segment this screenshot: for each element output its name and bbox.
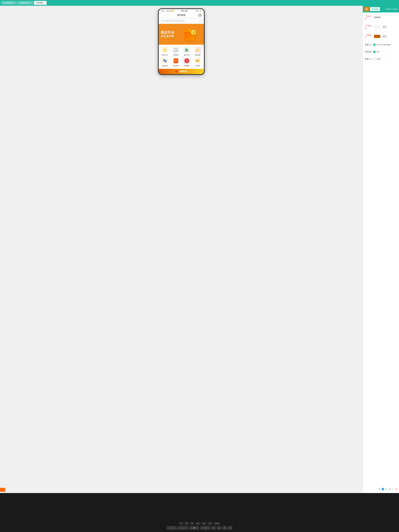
signal-area: ●●●○○ ●●●○○ chanjet chanjet 📶: [161, 10, 173, 12]
list-emoji: 📋: [174, 48, 178, 52]
key-brightness[interactable]: ☼: [178, 526, 188, 530]
phone-status-bar: ●●●○○ ●●●○○ chanjet chanjet 📶 9:41 AM 10…: [159, 9, 204, 13]
common-list-label: 常购清单: [173, 54, 179, 56]
bottom-nav-checkbox[interactable]: [373, 51, 375, 53]
tab-store-settings[interactable]: 商城店铺设置 ×: [18, 1, 33, 5]
search-input[interactable]: 🔍 搜索商品编码/名称/规格/条码: [160, 19, 202, 23]
key-minus[interactable]: -: [228, 526, 232, 530]
key-f11[interactable]: F11: [201, 522, 207, 525]
carrier-label: chanjet: [166, 10, 171, 12]
menu-item-common-list[interactable]: 📋 常购清单: [171, 47, 181, 56]
phone-nav-dots[interactable]: ···: [195, 14, 197, 17]
key-zero[interactable]: 0: [222, 526, 227, 530]
bottom-nav-label: 底部导航: [365, 51, 372, 53]
tray-icon-3[interactable]: 🐾: [388, 488, 391, 490]
banner-decoration: ¥: [177, 24, 203, 45]
key-home[interactable]: Home: [214, 522, 220, 525]
phone-frame: ●●●○○ ●●●○○ chanjet chanjet 📶 9:41 AM 10…: [158, 8, 205, 75]
coupons-label: 优惠券: [196, 65, 200, 67]
coupon-emoji: 🎫: [196, 59, 200, 63]
key-f9[interactable]: F9: [190, 522, 194, 525]
bg-color-label: * 背景颜色: [365, 25, 373, 29]
key-f8[interactable]: F8: [184, 522, 189, 525]
panel-top-bar: 页面设置 了解更多点击帮助: [363, 6, 399, 13]
help-link-label: 了解更多点击帮助: [385, 8, 398, 10]
coin-icon: ¥: [190, 29, 197, 36]
bg-color-preview[interactable]: [374, 25, 380, 29]
expand-button[interactable]: ⤢: [199, 20, 202, 22]
hamburger-line-1: [366, 8, 368, 8]
quick-menu-grid: ⭐ 我的订单 📋 常购清单 🛍️: [160, 47, 203, 67]
tray-arrow-up: ∧: [376, 488, 377, 490]
new-products-emoji: NEW: [173, 58, 178, 63]
hamburger-button[interactable]: [364, 7, 369, 12]
tray-icon-2[interactable]: ✿: [385, 488, 387, 490]
main-area: ●●●○○ ●●●○○ chanjet chanjet 📶 9:41 AM 10…: [0, 6, 399, 493]
tab-home-decoration[interactable]: 首页装修 ×: [34, 1, 47, 5]
live-entry-section: 直播入口 显示 (仅当进行直播): [365, 44, 397, 48]
tab-close-home[interactable]: ×: [44, 2, 44, 4]
tray-icon-1[interactable]: ✿: [382, 488, 384, 490]
banner-title: 新店开业: [161, 31, 174, 35]
key-f12[interactable]: F12: [207, 522, 213, 525]
phone-scan-button[interactable]: ⊙: [198, 14, 201, 17]
favorites-label: 我的收藏: [195, 54, 201, 56]
tab-print-settings[interactable]: 打印模板设置 ×: [1, 1, 17, 5]
hamburger-line-3: [366, 10, 368, 10]
menu-item-new-products[interactable]: NEW 新品推荐: [171, 57, 181, 67]
tab-close-store[interactable]: ×: [31, 2, 32, 4]
key-f10[interactable]: F10: [195, 522, 201, 525]
left-orange-strip: [0, 488, 5, 492]
footprint-icon: 👣: [162, 57, 168, 64]
menu-item-favorites[interactable]: ⭐ 我的收藏: [192, 47, 203, 56]
footprint-label: 我的足迹: [162, 65, 168, 67]
bg-color-section: * 背景颜色 重置: [365, 25, 397, 32]
key-special[interactable]: ✲: [200, 526, 210, 530]
gift-box: ¥: [182, 26, 197, 42]
bg-image-row: * 背景图片 重置: [365, 34, 397, 39]
customer-service-row: 客服入口 不显示: [365, 58, 397, 60]
search-bar-container: 🔍 搜索商品编码/名称/规格/条码 ⤢: [159, 18, 204, 24]
menu-item-coupons[interactable]: 🎫 优惠券: [192, 57, 203, 67]
banner-area[interactable]: 新店开业 好礼送不停 ¥: [159, 24, 204, 45]
battery-percent: 100%: [195, 10, 199, 12]
customer-service-checkbox-row: 不显示: [373, 58, 381, 60]
bg-color-reset-button[interactable]: 重置: [382, 25, 387, 29]
keyboard-area: ∧ 🔍 ✿ ✿ 🐾 中 S F7 F8 F9 F10 F11 F12 Home …: [0, 493, 399, 532]
key-brightness-up[interactable]: ☼+: [167, 526, 177, 530]
promo-bar[interactable]: 🎁 促销狂欢: [159, 69, 204, 74]
key-paren-open[interactable]: (: [211, 526, 216, 530]
live-entry-checkbox-row: 显示 (仅当进行直播): [373, 44, 390, 46]
bg-image-reset-button[interactable]: 重置: [382, 35, 387, 38]
key-paren-close[interactable]: ): [217, 526, 222, 530]
menu-item-promo-goods[interactable]: % 促销商品: [182, 57, 192, 67]
favorites-icon: ⭐: [194, 47, 201, 53]
settings-form: * 页面名称 通用模版 * 背景颜色 重置 * 背景图片: [363, 13, 399, 65]
tray-icon-5[interactable]: S: [395, 488, 398, 490]
search-placeholder: 搜索商品编码/名称/规格/条码: [165, 20, 185, 22]
live-entry-row: 直播入口 显示 (仅当进行直播): [365, 44, 397, 46]
promo-emoji: %: [184, 58, 189, 63]
tab-page-settings[interactable]: 页面设置: [370, 7, 380, 11]
bottom-nav-checkbox-label: 显示: [376, 51, 380, 53]
key-keyboard[interactable]: ⌨: [189, 526, 199, 530]
live-entry-checkbox[interactable]: [373, 44, 375, 46]
bg-color-row: * 背景颜色 重置: [365, 25, 397, 29]
bg-image-preview[interactable]: [374, 35, 380, 38]
my-orders-label: 我的订单: [162, 54, 168, 56]
tray-icon-4[interactable]: 中: [392, 488, 394, 490]
menu-item-recent-orders[interactable]: 🛍️ 最近订购: [182, 47, 192, 56]
bottom-nav-checkbox-row: 显示: [373, 51, 380, 53]
tab-label: 首页装修: [36, 2, 43, 4]
key-f7[interactable]: F7: [179, 522, 184, 525]
customer-service-label: 客服入口: [365, 58, 372, 60]
settings-panel: 页面设置 了解更多点击帮助 * 页面名称 通用模版: [363, 6, 399, 493]
customer-service-checkbox[interactable]: [373, 58, 375, 60]
help-link[interactable]: 了解更多点击帮助: [385, 8, 398, 10]
menu-item-my-orders[interactable]: ⭐ 我的订单: [160, 47, 170, 56]
menu-item-footprint[interactable]: 👣 我的足迹: [160, 57, 170, 67]
tab-close-print[interactable]: ×: [14, 2, 15, 4]
tray-icon-search[interactable]: 🔍: [378, 488, 381, 490]
bag-emoji: 🛍️: [185, 48, 189, 52]
tab-page-settings-label: 页面设置: [372, 8, 378, 10]
